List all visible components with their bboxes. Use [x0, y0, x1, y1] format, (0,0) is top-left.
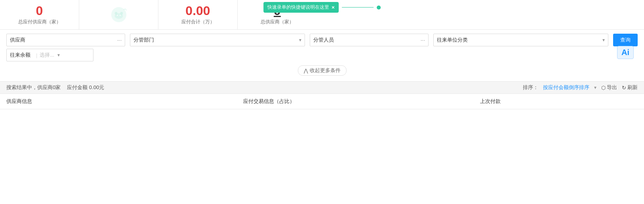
- unit-arrow-icon[interactable]: ▾: [602, 37, 605, 43]
- collapse-btn-wrap: ⋀ 收起更多条件: [6, 61, 638, 77]
- result-left: 搜索结果中，供应商0家 应付金额 0.00元: [6, 84, 104, 91]
- export-label: 导出: [607, 84, 617, 91]
- result-bar: 搜索结果中，供应商0家 应付金额 0.00元 排序： 按应付会额倒序排序 ▾ ⬡…: [0, 82, 644, 94]
- table-header: 供应商信息 应付交易信息（占比） 上次付款: [0, 94, 644, 109]
- refresh-label: 刷新: [627, 84, 638, 91]
- result-amount-text: 应付金额 0.00元: [67, 84, 104, 91]
- sort-value[interactable]: 按应付会额倒序排序: [543, 84, 589, 91]
- tooltip-line: [342, 7, 373, 8]
- table-empty-area: [0, 109, 644, 196]
- search-row-1: 供应商 ··· 分管部门 ▾ 分管人员 ··· 往来单位分类 ▾ 查询: [6, 34, 638, 46]
- collapse-chevron-icon: ⋀: [304, 68, 308, 74]
- stats-bar: 0 总应付供应商（家） 0.00 应付合计（万） 快速录单的快捷键说明在这里 ×…: [0, 0, 644, 30]
- tooltip-text: 快速录单的快捷键说明在这里: [267, 4, 329, 11]
- tooltip-wrapper: 快速录单的快捷键说明在这里 ×: [263, 2, 381, 13]
- balance-label: 往来余额: [10, 51, 30, 59]
- unit-label: 往来单位分类: [437, 36, 468, 44]
- stat-label-total-vendors: 总供应商（家）: [261, 19, 294, 25]
- table-col-transaction-info: 应付交易信息（占比）: [243, 98, 480, 105]
- stat-number-payable-vendors: 0: [36, 4, 43, 18]
- person-field[interactable]: 分管人员 ···: [310, 34, 429, 46]
- vendor-field[interactable]: 供应商 ···: [6, 34, 125, 46]
- decorative-icon: [109, 4, 129, 25]
- stat-payable-total: 0.00 应付合计（万）: [158, 0, 238, 29]
- tooltip-close-btn[interactable]: ×: [332, 4, 335, 10]
- vendor-dots[interactable]: ···: [117, 37, 122, 43]
- unit-field[interactable]: 往来单位分类 ▾: [433, 34, 608, 46]
- tooltip-bubble: 快速录单的快捷键说明在这里 ×: [263, 2, 339, 13]
- ai-badge[interactable]: Ai: [617, 46, 634, 59]
- balance-placeholder: 选择...: [40, 51, 54, 59]
- dept-arrow-icon[interactable]: ▾: [299, 37, 301, 43]
- table-col-vendor-info: 供应商信息: [6, 98, 243, 105]
- unit-input[interactable]: [471, 37, 602, 43]
- balance-arrow-icon[interactable]: ▾: [57, 52, 60, 58]
- person-dots[interactable]: ···: [421, 37, 425, 43]
- collapse-btn[interactable]: ⋀ 收起更多条件: [298, 65, 347, 76]
- dept-field[interactable]: 分管部门 ▾: [130, 34, 305, 46]
- table-col-last-payment: 上次付款: [480, 98, 638, 105]
- stat-total-payable-vendors: 0 总应付供应商（家）: [0, 0, 79, 29]
- search-row-2: 往来余额 | 选择... ▾: [6, 49, 638, 61]
- person-input[interactable]: [337, 37, 421, 43]
- vendor-label: 供应商: [10, 36, 25, 44]
- stat-number-payable-total: 0.00: [185, 4, 210, 18]
- svg-point-5: [119, 15, 120, 16]
- export-icon: ⬡: [601, 85, 606, 91]
- query-button[interactable]: 查询: [613, 34, 638, 46]
- dept-label: 分管部门: [133, 36, 154, 44]
- sort-arrow-icon[interactable]: ▾: [594, 85, 596, 90]
- sort-label: 排序：: [523, 84, 538, 91]
- result-vendors-text: 搜索结果中，供应商0家: [6, 84, 61, 91]
- refresh-icon: ↻: [622, 85, 626, 91]
- dept-input[interactable]: [157, 37, 299, 43]
- search-bar: 供应商 ··· 分管部门 ▾ 分管人员 ··· 往来单位分类 ▾ 查询 往来余额: [0, 30, 644, 82]
- svg-point-3: [114, 13, 123, 19]
- balance-field[interactable]: 往来余额 | 选择... ▾: [6, 49, 93, 61]
- refresh-btn[interactable]: ↻ 刷新: [622, 84, 638, 91]
- stat-label-payable-total: 应付合计（万）: [181, 19, 215, 25]
- tooltip-dot: [377, 6, 381, 10]
- collapse-btn-label: 收起更多条件: [310, 67, 341, 74]
- result-right: 排序： 按应付会额倒序排序 ▾ ⬡ 导出 ↻ 刷新: [523, 84, 638, 91]
- vendor-input[interactable]: [29, 37, 117, 43]
- export-btn[interactable]: ⬡ 导出: [601, 84, 617, 91]
- stat-icon-area: [79, 0, 158, 29]
- stat-label-payable-vendors: 总应付供应商（家）: [18, 19, 61, 25]
- svg-point-4: [116, 15, 118, 16]
- person-label: 分管人员: [313, 36, 334, 44]
